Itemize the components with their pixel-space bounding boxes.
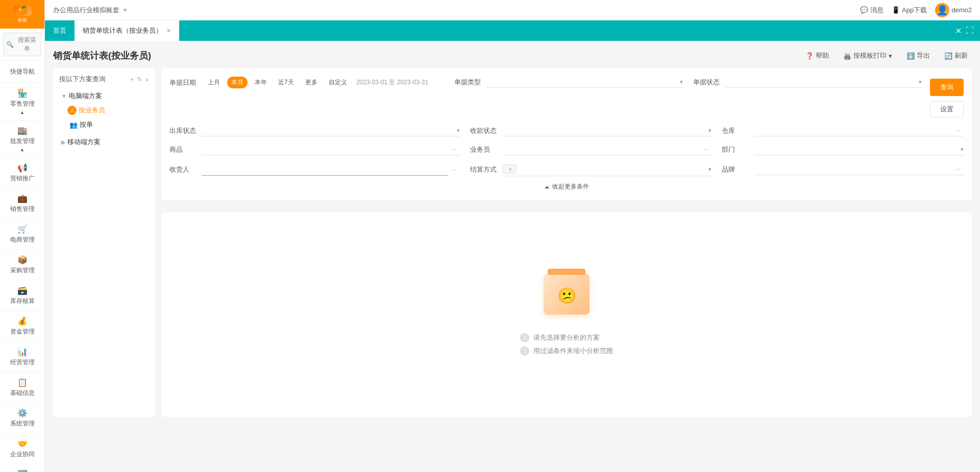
query-button[interactable]: 查询: [930, 79, 964, 96]
collapse-filters-button[interactable]: ⏶ 收起更多条件: [169, 179, 964, 192]
ecom-icon: 🛒: [17, 224, 28, 234]
nav-group-finance: 💰 资金管理: [0, 311, 44, 342]
nav-group-retail: 🏪 零售管理 ▲: [0, 83, 44, 121]
nav-group-basic: 📋 基础信息: [0, 372, 44, 403]
out-status-label: 出库状态: [169, 126, 198, 135]
sidebar-item-newuser[interactable]: 🆕 新手引导: [0, 464, 44, 472]
sidebar-item-operations[interactable]: 📊 经营管理: [0, 342, 44, 372]
tree-mobile-group[interactable]: ▶ 移动端方案: [59, 135, 149, 149]
sidebar-item-purchase[interactable]: 📦 采购管理: [0, 250, 44, 280]
date-tab-7days[interactable]: 近7天: [274, 77, 298, 88]
sidebar-item-retail[interactable]: 🏪 零售管理 ▲: [0, 83, 44, 120]
date-tab-this-year[interactable]: 本年: [251, 77, 271, 88]
retail-icon: 🏪: [17, 88, 28, 98]
date-tab-more[interactable]: 更多: [301, 77, 322, 88]
brand-select[interactable]: ···: [754, 163, 964, 175]
settlement-tag-close[interactable]: ×: [509, 166, 512, 172]
receiver-filter: 收货人 ···: [169, 163, 470, 176]
step-2-text: 用过滤条件来缩小分析范围: [533, 346, 613, 356]
department-select[interactable]: ▾: [754, 144, 964, 155]
step-1-text: 请先选择要分析的方案: [533, 333, 600, 342]
sidebar-item-wholesale[interactable]: 🏬 批发管理 ▲: [0, 121, 44, 157]
enterprise-icon: 🤝: [17, 439, 28, 449]
date-tab-custom[interactable]: 自定义: [325, 77, 351, 88]
goods-label: 商品: [169, 145, 198, 154]
edit-scheme-button[interactable]: ✎: [137, 76, 142, 83]
type-select[interactable]: ▾: [486, 77, 683, 88]
tree-desktop-group[interactable]: ▼ 电脑端方案: [59, 89, 149, 103]
print-button[interactable]: 🖨️ 按模板打印 ▾: [839, 49, 896, 62]
out-status-dropdown-icon: ▾: [457, 127, 460, 134]
sidebar-item-sales[interactable]: 💼 销售管理: [0, 188, 44, 219]
app-download-button[interactable]: 📱 App下载: [892, 6, 927, 15]
warehouse-select[interactable]: ···: [754, 125, 964, 136]
nav-group-operations: 📊 经营管理: [0, 342, 44, 372]
status-dropdown-icon: ▾: [919, 79, 922, 85]
help-button[interactable]: ❓ 帮助: [801, 49, 833, 62]
goods-filter: 商品 ···: [169, 144, 470, 155]
collect-status-select[interactable]: ▾: [502, 125, 712, 136]
salesperson-more-icon[interactable]: ···: [700, 146, 712, 153]
topbar-left: 办公用品行业模拟账套 ▾: [53, 6, 127, 15]
goods-more-icon[interactable]: ···: [448, 146, 459, 153]
sidebar-item-basic[interactable]: 📋 基础信息: [0, 372, 44, 403]
sidebar-item-system[interactable]: ⚙️ 系统管理: [0, 403, 44, 433]
search-menu-button[interactable]: 🔍 搜索菜单: [3, 33, 41, 56]
salesperson-scheme-label: 按业务员: [79, 106, 105, 115]
sidebar-item-inventory[interactable]: 🗃️ 库存核算: [0, 280, 44, 311]
nav-group-enterprise: 🤝 企业协同: [0, 434, 44, 464]
sidebar-item-marketing[interactable]: 📢 营销推广: [0, 158, 44, 188]
topbar-dropdown-icon[interactable]: ▾: [124, 6, 127, 14]
brand-more-icon[interactable]: ···: [952, 166, 964, 173]
app-download-icon: 📱: [892, 6, 900, 14]
settings-button[interactable]: 设置: [930, 101, 964, 117]
tree-item-by-order[interactable]: 👥 按单: [65, 117, 149, 132]
sidebar-item-ecom[interactable]: 🛒 电商管理: [0, 219, 44, 249]
status-select[interactable]: ▾: [725, 77, 922, 88]
topbar-right: 💬 消息 📱 App下载 👤 demo2: [860, 3, 972, 17]
add-scheme-button[interactable]: +: [130, 76, 134, 83]
step-1-num: 1: [520, 333, 529, 342]
message-button[interactable]: 💬 消息: [860, 6, 884, 15]
salesperson-label: 业务员: [470, 145, 498, 154]
filter-row-2: 出库状态 ▾ 收款状态 ▾: [169, 125, 964, 136]
date-tab-last-month[interactable]: 上月: [204, 77, 224, 88]
user-profile[interactable]: 👤 demo2: [935, 3, 972, 17]
salesperson-select[interactable]: ···: [502, 144, 712, 155]
date-tab-this-month[interactable]: 本月: [227, 77, 248, 88]
type-filter-section: 单据类型 ▾: [454, 77, 693, 88]
collapse-left-panel-button[interactable]: «: [145, 76, 149, 83]
goods-select[interactable]: ···: [202, 144, 460, 155]
salesperson-scheme-icon: 人: [67, 106, 77, 115]
receiver-input[interactable]: [202, 163, 448, 176]
receiver-more-icon[interactable]: ···: [448, 166, 459, 173]
topbar-title: 办公用品行业模拟账套: [53, 6, 119, 15]
content-area: 销货单统计表(按业务员) ❓ 帮助 🖨️ 按模板打印 ▾ ⬇️ 导出 🔄 刷: [45, 41, 980, 472]
salesperson-filter: 业务员 ···: [470, 144, 722, 155]
quick-nav-button[interactable]: 快捷导航: [3, 65, 41, 79]
sidebar: 🍊 标账 🔍 搜索菜单 快捷导航 🏪 零售管理 ▲ 🏬 批发管理 ▲: [0, 0, 45, 472]
print-icon: 🖨️: [843, 52, 851, 60]
topbar: 办公用品行业模拟账套 ▾ 💬 消息 📱 App下载 👤 demo2: [45, 0, 980, 20]
export-button[interactable]: ⬇️ 导出: [902, 49, 934, 62]
settlement-select[interactable]: × ▾: [502, 162, 712, 176]
tab-sales-stat[interactable]: 销货单统计表（按业务员） ✕: [75, 20, 179, 41]
tabbar: 首页 销货单统计表（按业务员） ✕ ✕ ⛶: [45, 20, 980, 41]
right-section: 单据日期 上月 本月 本年 近7天 更多 自定义 2023-03-01 至 20…: [161, 68, 972, 417]
tab-maximize-button[interactable]: ⛶: [966, 26, 974, 35]
department-filter: 部门 ▾: [722, 144, 964, 155]
tab-close-button[interactable]: ✕: [166, 28, 171, 34]
tree-item-by-salesperson[interactable]: 人 按业务员: [65, 103, 149, 117]
date-tabs: 上月 本月 本年 近7天 更多 自定义 2023-03-01 至 2023-03…: [204, 77, 428, 88]
sidebar-item-finance[interactable]: 💰 资金管理: [0, 311, 44, 341]
sidebar-item-enterprise[interactable]: 🤝 企业协同: [0, 434, 44, 464]
settlement-dropdown-icon: ▾: [708, 166, 712, 173]
out-status-select[interactable]: ▾: [202, 125, 460, 136]
sales-stat-tab-label: 销货单统计表（按业务员）: [83, 26, 162, 35]
step-2-num: 2: [520, 346, 529, 356]
refresh-button[interactable]: 🔄 刷新: [940, 49, 972, 62]
warehouse-more-icon[interactable]: ···: [952, 127, 964, 134]
tab-home[interactable]: 首页: [45, 20, 75, 41]
desktop-group-label: 电脑端方案: [69, 91, 102, 101]
tab-close-all-button[interactable]: ✕: [955, 26, 962, 36]
